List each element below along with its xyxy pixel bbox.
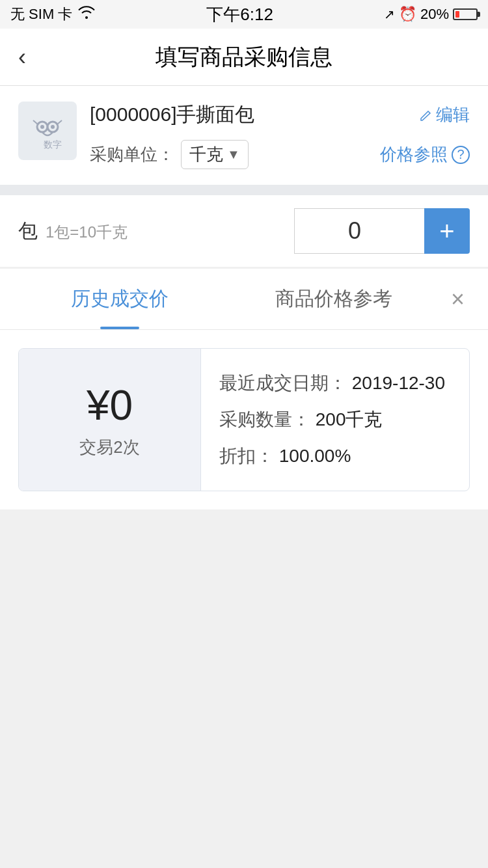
- history-price-content: ¥0 交易2次 最近成交日期： 2019-12-30 采购数量： 200千克 折…: [0, 330, 488, 509]
- nav-bar: ‹ 填写商品采购信息: [0, 29, 488, 86]
- tabs-section: 历史成交价 商品价格参考 × ¥0 交易2次 最近成交日期： 2019-12-3…: [0, 269, 488, 509]
- price-trades-label: 交易2次: [79, 436, 139, 459]
- tab-history-price[interactable]: 历史成交价: [13, 269, 226, 329]
- price-card-right: 最近成交日期： 2019-12-30 采购数量： 200千克 折扣： 100.0…: [201, 349, 469, 491]
- product-thumbnail: 数字: [18, 102, 77, 160]
- product-row: 数字 [0000006]手撕面包 编辑 采购单位： 千克 ▼: [18, 102, 470, 169]
- package-unit-label: 包: [18, 218, 38, 245]
- battery-percentage: 20%: [420, 6, 449, 23]
- help-icon[interactable]: ?: [452, 146, 470, 164]
- alarm-icon: ⏰: [399, 6, 416, 23]
- unit-select[interactable]: 千克 ▼: [181, 140, 249, 169]
- tabs-header: 历史成交价 商品价格参考 ×: [0, 269, 488, 330]
- tab-history-label: 历史成交价: [71, 288, 169, 309]
- product-name-row: [0000006]手撕面包 编辑: [90, 102, 470, 128]
- status-left: 无 SIM 卡: [10, 5, 96, 24]
- price-card: ¥0 交易2次 最近成交日期： 2019-12-30 采购数量： 200千克 折…: [18, 348, 470, 491]
- purchase-qty-label: 采购数量：: [219, 409, 310, 429]
- purchase-qty-row: 采购数量： 200千克: [219, 406, 451, 433]
- purchase-qty-value: 200千克: [316, 409, 383, 429]
- price-ref-button[interactable]: 价格参照 ?: [380, 143, 470, 166]
- tab-price-ref[interactable]: 商品价格参考: [226, 269, 440, 329]
- quantity-plus-button[interactable]: +: [424, 208, 470, 254]
- edit-button[interactable]: 编辑: [419, 103, 470, 126]
- back-button[interactable]: ‹: [18, 44, 26, 71]
- unit-row: 采购单位： 千克 ▼ 价格参照 ?: [90, 140, 470, 169]
- carrier-text: 无 SIM 卡: [10, 5, 72, 24]
- svg-text:数字: 数字: [44, 139, 62, 150]
- page-title: 填写商品采购信息: [156, 42, 332, 72]
- quantity-input[interactable]: [294, 208, 424, 254]
- svg-point-3: [51, 125, 55, 129]
- edit-label: 编辑: [436, 103, 470, 126]
- package-sub-label: 1包=10千克: [46, 222, 128, 243]
- recent-date-label: 最近成交日期：: [219, 373, 347, 393]
- status-time: 下午6:12: [206, 3, 273, 26]
- qty-input-row: +: [294, 208, 470, 254]
- unit-label: 采购单位：: [90, 143, 174, 166]
- quantity-row: 包 1包=10千克 +: [0, 195, 488, 267]
- price-value: 0: [110, 382, 133, 429]
- price-amount: ¥0: [87, 381, 133, 429]
- location-icon: ↗: [384, 7, 395, 22]
- product-info: [0000006]手撕面包 编辑 采购单位： 千克 ▼ 价格: [90, 102, 470, 169]
- recent-date-row: 最近成交日期： 2019-12-30: [219, 370, 451, 397]
- product-card: 数字 [0000006]手撕面包 编辑 采购单位： 千克 ▼: [0, 86, 488, 185]
- discount-row: 折扣： 100.00%: [219, 442, 451, 470]
- wifi-icon: [77, 6, 96, 23]
- price-card-left: ¥0 交易2次: [19, 349, 201, 491]
- status-bar: 无 SIM 卡 下午6:12 ↗ ⏰ 20%: [0, 0, 488, 29]
- product-name: [0000006]手撕面包: [90, 102, 254, 128]
- price-currency-symbol: ¥: [87, 382, 110, 429]
- section-divider: [0, 185, 488, 195]
- battery-icon: [453, 8, 478, 20]
- chevron-down-icon: ▼: [227, 147, 240, 162]
- discount-value: 100.00%: [279, 446, 351, 466]
- discount-label: 折扣：: [219, 446, 274, 466]
- tab-close-button[interactable]: ×: [441, 279, 475, 319]
- svg-point-2: [40, 125, 44, 129]
- recent-date-value: 2019-12-30: [352, 373, 445, 393]
- status-right: ↗ ⏰ 20%: [384, 6, 478, 23]
- unit-value: 千克: [189, 143, 223, 166]
- qty-unit-info: 包 1包=10千克: [18, 218, 128, 245]
- tab-price-ref-label: 商品价格参考: [275, 288, 392, 309]
- price-ref-label: 价格参照: [380, 143, 448, 166]
